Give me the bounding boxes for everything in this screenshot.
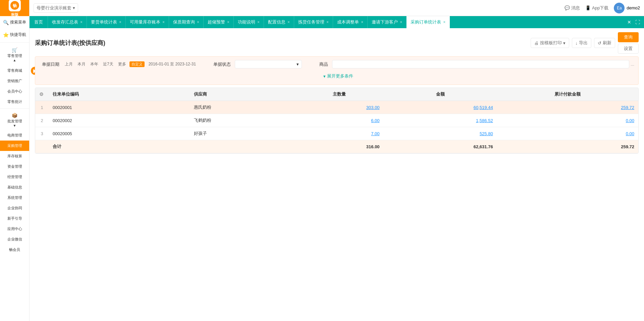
expand-filter-button[interactable]: ▾ 展开更多条件 bbox=[319, 71, 357, 81]
tab-keyongliang[interactable]: 可用量库存账本 × bbox=[126, 16, 169, 28]
sidebar-item-basic[interactable]: 基础信息 bbox=[0, 182, 29, 193]
sidebar-item-ecommerce[interactable]: 电商管理 bbox=[0, 130, 29, 141]
query-label: 查询 bbox=[624, 35, 633, 40]
row-num: 3 bbox=[35, 127, 49, 140]
query-button[interactable]: 查询 bbox=[618, 32, 639, 42]
shortcut-this-month[interactable]: 本月 bbox=[76, 61, 87, 68]
tab-close-icon[interactable]: × bbox=[162, 20, 165, 24]
tab-close-icon[interactable]: × bbox=[119, 20, 121, 24]
main-content: 母婴行业演示账套 ▾ 💬 消息 📱 App下载 Ea demo2 首页 bbox=[30, 0, 644, 321]
tab-peizhi[interactable]: 配置信息 × bbox=[264, 16, 294, 28]
tab-close-icon[interactable]: × bbox=[257, 20, 260, 24]
divider bbox=[0, 42, 29, 43]
sidebar-item-wholesale[interactable]: 📦 批发管理 ▼ bbox=[0, 110, 29, 130]
tab-caigou[interactable]: 采购订单统计表 × bbox=[407, 16, 450, 28]
sidebar-item-member[interactable]: 会员中心 bbox=[0, 86, 29, 97]
refresh-label: 刷新 bbox=[603, 40, 611, 46]
gear-icon[interactable]: ⚙ bbox=[39, 92, 44, 97]
tab-close-icon[interactable]: × bbox=[80, 20, 83, 24]
row-supplier: 惠氏奶粉 bbox=[190, 101, 295, 114]
app-download-button[interactable]: 📱 App下载 bbox=[585, 5, 608, 11]
page-content: 采购订单统计表(按供应商) 🖨 按模板打印 ▾ ↓ 导出 ↺ 刷新 bbox=[30, 28, 644, 321]
sidebar-item-purchase[interactable]: 采购管理 bbox=[0, 141, 29, 151]
avatar: Ea bbox=[614, 3, 625, 13]
tab-close-icon[interactable]: × bbox=[227, 20, 229, 24]
tab-label: 要货单统计表 bbox=[91, 19, 117, 25]
footer-qty: 316.00 bbox=[295, 140, 383, 153]
tab-close-icon[interactable]: × bbox=[287, 20, 290, 24]
app-logo: 畅 标版 bbox=[0, 0, 29, 16]
table-row[interactable]: 2 00020002 飞鹤奶粉 6.00 1,586.52 0.00 bbox=[35, 114, 638, 127]
footer-paid: 259.72 bbox=[497, 140, 638, 153]
chevron-down-icon: ▾ bbox=[563, 41, 566, 46]
tab-close-icon[interactable]: × bbox=[400, 20, 402, 24]
sidebar-item-finance[interactable]: 资金管理 bbox=[0, 161, 29, 172]
message-button[interactable]: 💬 消息 bbox=[565, 5, 580, 11]
sidebar-item-enterprise[interactable]: 企业协同 bbox=[0, 203, 29, 213]
sidebar-item-vip[interactable]: 畅会员 bbox=[0, 245, 29, 255]
custom-badge[interactable]: 自定义 bbox=[129, 61, 145, 67]
sidebar-item-quicknav[interactable]: ⭐ 快捷导航 bbox=[0, 29, 29, 41]
tab-close-icon[interactable]: × bbox=[326, 20, 329, 24]
shortcut-this-year[interactable]: 本年 bbox=[89, 61, 100, 68]
page-container: 采购订单统计表(按供应商) 🖨 按模板打印 ▾ ↓ 导出 ↺ 刷新 bbox=[30, 28, 644, 321]
tab-close-icon[interactable]: × bbox=[197, 20, 199, 24]
date-filter-label: 单据日期 bbox=[42, 61, 59, 67]
shortcut-last-month[interactable]: 上月 bbox=[63, 61, 74, 68]
tab-tuohuo[interactable]: 拣货任务管理 × bbox=[294, 16, 333, 28]
avatar-text: Ea bbox=[617, 6, 622, 10]
footer-empty2 bbox=[190, 140, 295, 153]
divider bbox=[0, 108, 29, 109]
tab-chaochuyujing[interactable]: 超储预警 × bbox=[204, 16, 234, 28]
account-dropdown[interactable]: 母婴行业演示账套 ▾ bbox=[34, 3, 78, 13]
goods-input[interactable] bbox=[332, 60, 629, 68]
chevron-down-icon: ▾ bbox=[297, 62, 299, 67]
sidebar-item-newguide[interactable]: 新手引导 bbox=[0, 213, 29, 224]
sidebar-item-corpwechat[interactable]: 企业微信 bbox=[0, 234, 29, 245]
sidebar-item-retail[interactable]: 🛒 零售管理 ▲ bbox=[0, 44, 29, 65]
shortcut-more[interactable]: 更多 bbox=[117, 61, 127, 68]
close-tab-button[interactable]: ✕ bbox=[626, 18, 633, 26]
purchase-label: 采购管理 bbox=[7, 143, 22, 148]
sidebar-item-marketing[interactable]: 营销推广 bbox=[0, 76, 29, 86]
refresh-button[interactable]: ↺ 刷新 bbox=[594, 38, 615, 48]
sidebar-item-inventory[interactable]: 库存核算 bbox=[0, 151, 29, 161]
sidebar-item-operation[interactable]: 经营管理 bbox=[0, 172, 29, 182]
tab-gongneng[interactable]: 功能说明 × bbox=[234, 16, 264, 28]
settings-button[interactable]: 设置 bbox=[618, 44, 639, 54]
tabbar: 首页 收发存汇总表 × 要货单统计表 × 可用量库存账本 × 保质期查询 × 超… bbox=[30, 16, 644, 28]
export-button[interactable]: ↓ 导出 bbox=[572, 38, 592, 48]
table-row[interactable]: 3 00020005 好孩子 7.00 525.80 0.00 bbox=[35, 127, 638, 140]
tab-chengben[interactable]: 成本调整单 × bbox=[333, 16, 368, 28]
footer-empty bbox=[35, 140, 49, 153]
ecommerce-label: 电商管理 bbox=[7, 133, 22, 138]
tab-close-icon[interactable]: × bbox=[443, 20, 445, 24]
sidebar-item-search[interactable]: 🔍 搜索菜单 bbox=[0, 16, 29, 29]
tab-shoufazong[interactable]: 收发存汇总表 × bbox=[48, 16, 87, 28]
sidebar-item-system[interactable]: 系统管理 bbox=[0, 193, 29, 203]
sidebar-item-retailshop[interactable]: 零售商城 bbox=[0, 65, 29, 76]
goods-filter-label: 商品 bbox=[319, 61, 328, 67]
chevron-down-icon: ▾ bbox=[73, 5, 75, 10]
tab-baozhiqi[interactable]: 保质期查询 × bbox=[169, 16, 204, 28]
sidebar-item-appcenter[interactable]: 应用中心 bbox=[0, 224, 29, 234]
ellipsis-button[interactable]: ... bbox=[631, 62, 634, 67]
print-button[interactable]: 🖨 按模板打印 ▾ bbox=[531, 38, 569, 48]
chevron-down-icon: ▾ bbox=[323, 74, 326, 79]
tab-yaoqing[interactable]: 邀请下游客户 × bbox=[368, 16, 407, 28]
inventory-label: 库存核算 bbox=[7, 154, 22, 159]
retailshop-label: 零售商城 bbox=[7, 68, 22, 73]
tab-home[interactable]: 首页 bbox=[30, 16, 48, 28]
table-row[interactable]: 1 00020001 惠氏奶粉 303.00 60,519.44 259.72 bbox=[35, 101, 638, 114]
status-select[interactable]: ▾ bbox=[235, 60, 302, 68]
shortcut-7days[interactable]: 近7天 bbox=[102, 61, 115, 68]
tab-close-icon[interactable]: × bbox=[361, 20, 363, 24]
tab-yaohuo[interactable]: 要货单统计表 × bbox=[87, 16, 126, 28]
retailstat-label: 零售统计 bbox=[7, 99, 22, 104]
maximize-button[interactable]: ⛶ bbox=[634, 18, 641, 26]
marketing-label: 营销推广 bbox=[7, 78, 22, 84]
tab-label: 配置信息 bbox=[268, 19, 285, 25]
sidebar-item-retailstat[interactable]: 零售统计 bbox=[0, 97, 29, 107]
user-menu[interactable]: Ea demo2 bbox=[614, 3, 640, 13]
row-code: 00020002 bbox=[49, 114, 190, 127]
